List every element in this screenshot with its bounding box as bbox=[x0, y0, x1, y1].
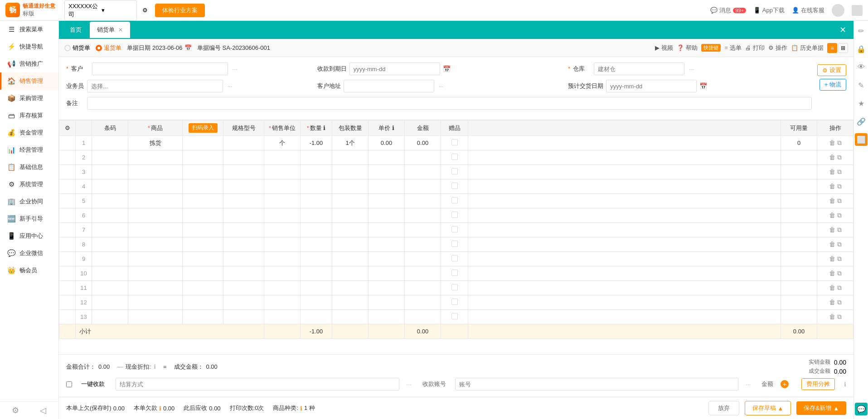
row11-copy-icon[interactable]: ⧉ bbox=[837, 284, 842, 292]
row2-copy-icon[interactable]: ⧉ bbox=[837, 154, 842, 161]
row9-delete-icon[interactable]: 🗑 bbox=[829, 255, 835, 263]
row1-spec[interactable] bbox=[223, 136, 264, 150]
row8-copy-icon[interactable]: ⧉ bbox=[837, 241, 842, 248]
tab-close-icon[interactable]: ✕ bbox=[118, 27, 123, 33]
customer-addr-input[interactable] bbox=[344, 80, 434, 92]
calendar-icon[interactable]: 📅 bbox=[184, 44, 192, 51]
row2-barcode[interactable] bbox=[92, 150, 128, 165]
company-selector[interactable]: XXXXXX公司 ▾ bbox=[64, 0, 137, 21]
settlement-dots[interactable]: ··· bbox=[407, 381, 412, 388]
settings-button[interactable]: ⚙ 设置 bbox=[817, 64, 846, 76]
logistics-button[interactable]: + 物流 bbox=[820, 79, 846, 91]
add-payment-button[interactable]: + bbox=[781, 380, 789, 388]
sidebar-item-search[interactable]: ☰ 搜索菜单 bbox=[0, 21, 58, 38]
addr-dots[interactable]: ··· bbox=[439, 83, 444, 90]
payment-due-input[interactable] bbox=[349, 63, 440, 75]
settlement-method-input[interactable] bbox=[116, 378, 399, 390]
row3-copy-icon[interactable]: ⧉ bbox=[837, 168, 842, 176]
row2-delete-icon[interactable]: 🗑 bbox=[829, 154, 835, 161]
warehouse-input[interactable] bbox=[594, 63, 684, 75]
sidebar-item-quick-nav[interactable]: ⚡ 快捷导航 bbox=[0, 38, 58, 55]
salesperson-input[interactable] bbox=[87, 80, 223, 92]
sidebar-item-sales[interactable]: 🏠 销售管理 bbox=[0, 72, 58, 90]
row1-gift-checkbox[interactable] bbox=[451, 139, 458, 145]
sidebar-item-inventory[interactable]: 🗃 库存核算 bbox=[0, 107, 58, 124]
row2-price[interactable] bbox=[369, 150, 405, 165]
row13-delete-icon[interactable]: 🗑 bbox=[829, 313, 835, 321]
sidebar-item-wechat[interactable]: 💬 企业微信 bbox=[0, 245, 58, 262]
sidebar-item-marketing[interactable]: 📢 营销推广 bbox=[0, 55, 58, 72]
notes-input[interactable] bbox=[87, 97, 812, 110]
rs-pencil-icon[interactable]: ✎ bbox=[855, 79, 868, 92]
tab-home[interactable]: 首页 bbox=[63, 21, 89, 39]
user-avatar[interactable] bbox=[832, 4, 844, 17]
help-button[interactable]: ❓ 帮助 bbox=[677, 44, 698, 52]
discard-button[interactable]: 放弃 bbox=[708, 401, 739, 415]
settings-icon[interactable]: ⚙ bbox=[141, 5, 150, 15]
sidebar-item-member[interactable]: 👑 畅会员 bbox=[0, 262, 58, 279]
row4-copy-icon[interactable]: ⧉ bbox=[837, 183, 842, 190]
row1-barcode[interactable] bbox=[92, 136, 128, 150]
rs-star-icon[interactable]: ★ bbox=[855, 97, 868, 110]
row10-delete-icon[interactable]: 🗑 bbox=[829, 270, 835, 277]
row2-product[interactable] bbox=[128, 150, 183, 165]
cash-discount-help-icon[interactable]: ℹ bbox=[154, 363, 156, 370]
expenses-button[interactable]: 费用分摊 bbox=[801, 378, 835, 390]
row2-gift-checkbox[interactable] bbox=[451, 154, 458, 160]
grid-view-button[interactable]: ⊞ bbox=[838, 43, 848, 53]
row7-delete-icon[interactable]: 🗑 bbox=[829, 226, 835, 234]
scan-button[interactable]: 扫码录入 bbox=[189, 123, 218, 133]
row11-delete-icon[interactable]: 🗑 bbox=[829, 284, 835, 292]
app-download-button[interactable]: 📱 App下载 bbox=[753, 6, 785, 14]
row8-delete-icon[interactable]: 🗑 bbox=[829, 241, 835, 248]
select-order-button[interactable]: ≡ 选单 bbox=[724, 44, 742, 52]
row3-delete-icon[interactable]: 🗑 bbox=[829, 168, 835, 176]
row2-unit[interactable] bbox=[264, 150, 301, 165]
tab-sales-order[interactable]: 销货单 ✕ bbox=[90, 22, 130, 38]
customer-dots[interactable]: ··· bbox=[233, 66, 238, 72]
rs-teal-icon[interactable]: 💬 bbox=[855, 403, 868, 415]
sidebar-item-collab[interactable]: 🏢 企业协同 bbox=[0, 193, 58, 210]
row1-unit[interactable]: 个 bbox=[264, 136, 301, 150]
account-dots[interactable]: ··· bbox=[746, 381, 751, 388]
video-button[interactable]: ▶ 视频 bbox=[655, 44, 673, 52]
print-button[interactable]: 🖨 打印 bbox=[745, 44, 765, 52]
customer-input[interactable] bbox=[92, 63, 228, 75]
row4-delete-icon[interactable]: 🗑 bbox=[829, 183, 835, 190]
row6-copy-icon[interactable]: ⧉ bbox=[837, 212, 842, 219]
row1-product[interactable]: 拣货 bbox=[128, 136, 183, 150]
col-settings-header[interactable]: ⚙ bbox=[59, 120, 76, 136]
row10-copy-icon[interactable]: ⧉ bbox=[837, 270, 842, 277]
sidebar-item-finance[interactable]: 💰 资金管理 bbox=[0, 124, 58, 141]
user-menu-icon[interactable] bbox=[852, 5, 863, 16]
row7-copy-icon[interactable]: ⧉ bbox=[837, 226, 842, 234]
close-window-icon[interactable]: ✕ bbox=[836, 25, 850, 35]
delivery-calendar-icon[interactable]: 📅 bbox=[699, 82, 707, 90]
one-click-payment-checkbox[interactable] bbox=[66, 381, 72, 387]
list-view-button[interactable]: ≡ bbox=[827, 43, 837, 53]
row1-pkgqty[interactable]: 1个 bbox=[332, 136, 369, 150]
sidebar-item-appstore[interactable]: 📱 应用中心 bbox=[0, 227, 58, 245]
account-input[interactable] bbox=[455, 378, 739, 390]
row2-amount[interactable] bbox=[405, 150, 441, 165]
row2-qty[interactable] bbox=[301, 150, 332, 165]
rs-orange-icon[interactable]: ⬜ bbox=[855, 133, 868, 146]
row12-delete-icon[interactable]: 🗑 bbox=[829, 299, 835, 306]
row2-spec[interactable] bbox=[223, 150, 264, 165]
rs-lock-icon[interactable]: 🔒 bbox=[855, 43, 868, 55]
warehouse-dots[interactable]: ··· bbox=[689, 66, 694, 72]
row2-gift[interactable] bbox=[441, 150, 468, 165]
row5-copy-icon[interactable]: ⧉ bbox=[837, 197, 842, 205]
row9-copy-icon[interactable]: ⧉ bbox=[837, 255, 842, 263]
save-new-button[interactable]: 保存&新增 ▲ bbox=[796, 401, 846, 415]
col-scan-header[interactable]: 扫码录入 bbox=[183, 120, 223, 136]
row5-delete-icon[interactable]: 🗑 bbox=[829, 197, 835, 205]
save-draft-button[interactable]: 保存草稿 ▲ bbox=[745, 401, 791, 415]
sidebar-item-basic[interactable]: 📋 基础信息 bbox=[0, 159, 58, 176]
radio-return-order[interactable]: 退货单 bbox=[96, 44, 121, 52]
row1-gift[interactable] bbox=[441, 136, 468, 150]
row1-amount[interactable]: 0.00 bbox=[405, 136, 441, 150]
sidebar-item-purchase[interactable]: 📦 采购管理 bbox=[0, 90, 58, 107]
trial-button[interactable]: 体验行业方案 bbox=[155, 4, 205, 17]
rs-view-icon[interactable]: 👁 bbox=[855, 61, 868, 73]
